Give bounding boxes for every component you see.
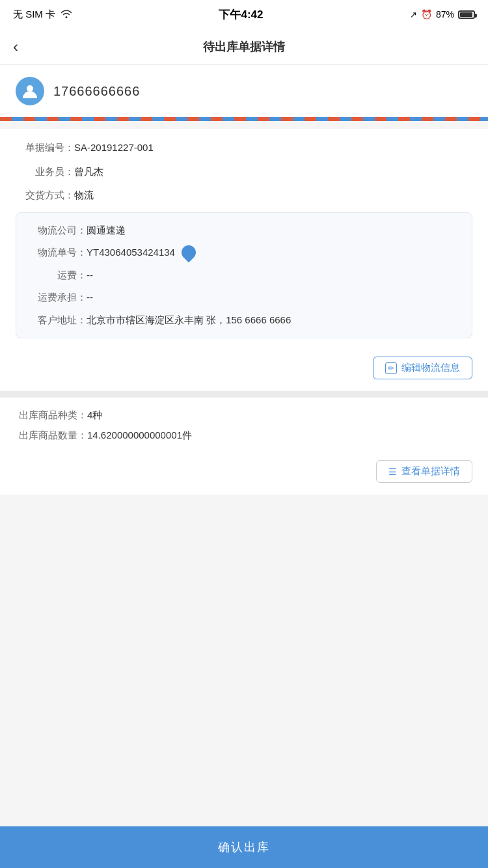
status-bar: 无 SIM 卡 下午4:42 ↗ ⏰ 87%	[0, 0, 488, 29]
confirm-btn-label: 确认出库	[218, 839, 270, 855]
logistics-freight-bear-value: --	[87, 290, 460, 305]
goods-section: 出库商品种类： 4种 出库商品数量： 14.620000000000001件 ☰…	[0, 398, 488, 495]
user-row: 17666666666	[0, 65, 488, 117]
user-phone: 17666666666	[53, 84, 140, 99]
salesman-value: 曾凡杰	[74, 165, 472, 180]
dashed-separator	[0, 117, 488, 121]
logistics-tracking-label: 物流单号：	[28, 245, 87, 260]
doc-no-label: 单据编号：	[16, 141, 74, 156]
battery-icon	[458, 10, 475, 19]
back-button[interactable]: ‹	[13, 38, 39, 56]
logistics-freight-label: 运费：	[28, 268, 87, 283]
status-time: 下午4:42	[219, 7, 263, 22]
battery-text: 87%	[436, 9, 454, 20]
delivery-row: 交货方式： 物流	[16, 188, 472, 203]
goods-quantity-value: 14.620000000000001件	[87, 429, 472, 442]
edit-logistics-label: 编辑物流信息	[401, 362, 460, 374]
page-title: 待出库单据详情	[203, 39, 285, 55]
status-right: ↗ ⏰ 87%	[410, 9, 475, 20]
location-icon[interactable]	[178, 243, 198, 263]
page: 无 SIM 卡 下午4:42 ↗ ⏰ 87% ‹ 待出库单据详情	[0, 0, 488, 868]
goods-type-row: 出库商品种类： 4种	[16, 409, 472, 422]
goods-type-label: 出库商品种类：	[16, 409, 87, 422]
list-icon: ☰	[388, 467, 397, 477]
logistics-address-label: 客户地址：	[28, 313, 87, 328]
carrier-text: 无 SIM 卡	[13, 8, 55, 21]
confirm-outbound-button[interactable]: 确认出库	[0, 826, 488, 868]
edit-icon: ✏	[385, 362, 397, 374]
doc-no-row: 单据编号： SA-20191227-001	[16, 141, 472, 156]
section-divider	[0, 391, 488, 398]
logistics-freight-row: 运费： --	[28, 268, 460, 283]
doc-no-value: SA-20191227-001	[74, 141, 472, 156]
goods-type-value: 4种	[87, 409, 472, 422]
spacer	[0, 495, 488, 612]
logistics-tracking-row: 物流单号： YT43064053424134	[28, 245, 460, 260]
logistics-company-row: 物流公司： 圆通速递	[28, 223, 460, 238]
nav-bar: ‹ 待出库单据详情	[0, 29, 488, 65]
salesman-row: 业务员： 曾凡杰	[16, 165, 472, 180]
goods-quantity-row: 出库商品数量： 14.620000000000001件	[16, 429, 472, 442]
goods-quantity-label: 出库商品数量：	[16, 429, 87, 442]
logistics-company-value: 圆通速递	[87, 223, 460, 238]
logistics-address-row: 客户地址： 北京市市辖区海淀区永丰南 张，156 6666 6666	[28, 313, 460, 328]
edit-logistics-button[interactable]: ✏ 编辑物流信息	[373, 357, 472, 379]
svg-point-0	[27, 85, 33, 92]
logistics-freight-value: --	[87, 268, 460, 283]
delivery-value: 物流	[74, 188, 472, 203]
view-detail-label: 查看单据详情	[401, 465, 460, 478]
wifi-icon	[61, 9, 72, 20]
logistics-freight-bear-row: 运费承担： --	[28, 290, 460, 305]
logistics-freight-bear-label: 运费承担：	[28, 290, 87, 305]
doc-info-section: 单据编号： SA-20191227-001 业务员： 曾凡杰 交货方式： 物流 …	[0, 129, 488, 391]
avatar	[16, 77, 44, 105]
logistics-company-label: 物流公司：	[28, 223, 87, 238]
status-left: 无 SIM 卡	[13, 8, 72, 21]
salesman-label: 业务员：	[16, 165, 74, 180]
tracking-number: YT43064053424134	[87, 245, 175, 260]
alarm-icon: ⏰	[421, 9, 432, 20]
logistics-tracking-value: YT43064053424134	[87, 245, 460, 260]
logistics-address-value: 北京市市辖区海淀区永丰南 张，156 6666 6666	[87, 313, 460, 328]
location-arrow-icon: ↗	[410, 10, 417, 20]
view-detail-button[interactable]: ☰ 查看单据详情	[376, 460, 472, 483]
delivery-label: 交货方式：	[16, 188, 74, 203]
logistics-card: 物流公司： 圆通速递 物流单号： YT43064053424134 运费： --	[16, 212, 472, 339]
content: 17666666666 单据编号： SA-20191227-001 业务员： 曾…	[0, 65, 488, 868]
